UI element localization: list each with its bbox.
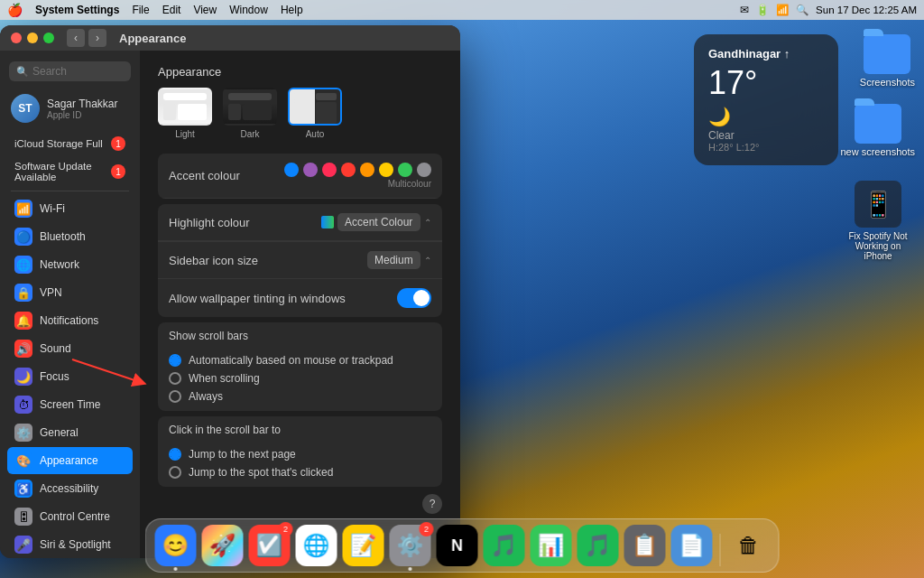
sidebar-item-general[interactable]: ⚙️General (7, 419, 133, 446)
scroll-auto-radio[interactable] (169, 354, 181, 367)
accent-colour-block: Accent colour (158, 154, 442, 199)
color-yellow[interactable] (379, 163, 393, 177)
sidebar-item-network[interactable]: 🌐Network (7, 251, 133, 278)
scroll-scrolling-radio[interactable] (169, 372, 181, 385)
sidebar-icon-size-label: Sidebar icon size (169, 254, 258, 267)
click-spot-radio[interactable] (169, 466, 181, 479)
scroll-scrolling-option[interactable]: When scrolling (158, 369, 442, 387)
color-pink[interactable] (322, 163, 337, 177)
dock-finder[interactable]: 😊 (155, 525, 197, 566)
color-blue[interactable] (284, 163, 299, 177)
sidebar-item-sound[interactable]: 🔊Sound (7, 335, 133, 362)
color-red[interactable] (341, 163, 356, 177)
sidebar-label-focus: Focus (40, 370, 69, 383)
activity-monitor-icon: 📊 (538, 533, 565, 558)
sidebar-label-network: Network (40, 258, 79, 271)
maximize-button[interactable] (43, 33, 54, 43)
menu-window[interactable]: Window (229, 4, 268, 16)
sidebar-item-accessibility[interactable]: ♿Accessibility (7, 475, 133, 502)
dock-notes2[interactable]: 📋 (624, 525, 666, 566)
theme-auto[interactable]: Auto (288, 88, 342, 139)
menubar-search-icon[interactable]: 🔍 (796, 4, 808, 16)
forward-button[interactable]: › (88, 29, 106, 47)
color-green[interactable] (398, 163, 412, 177)
menu-edit[interactable]: Edit (162, 4, 181, 16)
dock-trash[interactable]: 🗑 (728, 525, 770, 566)
dock-system-settings[interactable]: ⚙️ 2 (390, 525, 431, 566)
desktop: 🍎 System Settings File Edit View Window … (0, 0, 924, 578)
sidebar-icon-appearance: 🎨 (14, 452, 32, 470)
dock-notes[interactable]: 📝 (343, 525, 384, 566)
wallpaper-tinting-toggle[interactable] (397, 288, 431, 308)
menu-file[interactable]: File (132, 4, 149, 16)
sidebar-item-screen-time[interactable]: ⏱Screen Time (7, 391, 133, 418)
help-button[interactable]: ? (422, 494, 442, 514)
apple-menu[interactable]: 🍎 (7, 3, 23, 17)
sidebar-update-alert[interactable]: Software Update Available 1 (7, 156, 133, 187)
sidebar-item-bluetooth[interactable]: 🔵Bluetooth (7, 223, 133, 250)
theme-dark[interactable]: Dark (223, 88, 277, 139)
dock-launchpad[interactable]: 🚀 (202, 525, 244, 566)
sidebar-item-focus[interactable]: 🌙Focus (7, 363, 133, 390)
sidebar-item-vpn[interactable]: 🔒VPN (7, 279, 133, 306)
sidebar-icloud-alert[interactable]: iCloud Storage Full 1 (7, 132, 133, 155)
menu-view[interactable]: View (193, 4, 217, 16)
sidebar-item-notifications[interactable]: 🔔Notifications (7, 307, 133, 334)
icloud-alert-label: iCloud Storage Full (14, 138, 103, 149)
sidebar-divider-1 (11, 191, 129, 191)
sidebar-label-sound: Sound (40, 342, 71, 355)
sidebar-icon-accessibility: ♿ (14, 480, 32, 498)
back-button[interactable]: ‹ (67, 29, 85, 47)
close-button[interactable] (11, 33, 22, 43)
search-input[interactable] (32, 65, 124, 78)
thumb-dark (223, 88, 277, 126)
scroll-bars-block: Show scroll bars Automatically based on … (158, 322, 442, 411)
dock-app2[interactable]: 🎵 (578, 525, 619, 566)
dock-reminders[interactable]: ☑️ 2 (249, 525, 291, 566)
minimize-button[interactable] (27, 33, 38, 43)
sidebar-label-general: General (40, 426, 79, 439)
scroll-always-option[interactable]: Always (158, 387, 442, 406)
sidebar-item-control-centre[interactable]: 🎛Control Centre (7, 503, 133, 530)
sidebar-item-siri[interactable]: 🎤Siri & Spotlight (7, 531, 133, 558)
fix-spotify-item[interactable]: 📱 Fix Spotify Not Working on iPhone (841, 181, 915, 261)
click-spot-option[interactable]: Jump to the spot that's clicked (158, 463, 442, 481)
search-box[interactable]: 🔍 (9, 61, 131, 81)
theme-light[interactable]: Light (158, 88, 212, 139)
color-orange[interactable] (360, 163, 374, 177)
color-purple[interactable] (303, 163, 318, 177)
sidebar-item-appearance[interactable]: 🎨Appearance (7, 447, 133, 474)
chrome-icon: 🌐 (303, 533, 330, 558)
new-screenshots-folder[interactable]: new screenshots (840, 104, 915, 157)
dock-notion[interactable]: N (437, 525, 478, 566)
dock-textedit[interactable]: 📄 (671, 525, 713, 566)
scroll-auto-option[interactable]: Automatically based on mouse or trackpad (158, 351, 442, 369)
trash-icon: 🗑 (738, 533, 760, 558)
sidebar: 🔍 ST Sagar Thakkar Apple ID iCloud Stora… (0, 51, 140, 558)
app-name: System Settings (35, 4, 119, 16)
update-alert-label: Software Update Available (14, 161, 111, 182)
user-section[interactable]: ST Sagar Thakkar Apple ID (4, 89, 136, 128)
scroll-always-radio[interactable] (169, 390, 181, 403)
click-next-page-radio[interactable] (169, 448, 181, 461)
sidebar-label-screen-time: Screen Time (40, 398, 100, 411)
menu-help[interactable]: Help (281, 4, 303, 16)
highlight-colour-select[interactable]: Accent Colour (337, 213, 420, 231)
menubar-datetime: Sun 17 Dec 12:25 AM (816, 5, 917, 15)
dock-chrome[interactable]: 🌐 (296, 525, 337, 566)
color-graphite[interactable] (417, 163, 431, 177)
sidebar-icon-size-select[interactable]: Medium (367, 251, 420, 269)
notes2-icon: 📋 (632, 533, 659, 558)
dock-activity-monitor[interactable]: 📊 (531, 525, 572, 566)
titlebar: ‹ › Appearance (0, 25, 460, 51)
main-content: 🔍 ST Sagar Thakkar Apple ID iCloud Stora… (0, 51, 460, 558)
weather-widget[interactable]: Gandhinagar ↑ 17° 🌙 Clear H:28° L:12° (694, 34, 838, 165)
scroll-radio-group: Automatically based on mouse or trackpad… (158, 346, 442, 411)
click-next-page-option[interactable]: Jump to the next page (158, 445, 442, 463)
user-info: Sagar Thakkar Apple ID (47, 98, 129, 120)
screenshots-folder[interactable]: Screenshots (860, 34, 915, 88)
sidebar-item-wifi[interactable]: 📶Wi-Fi (7, 195, 133, 222)
dock-spotify[interactable]: 🎵 (484, 525, 525, 566)
system-settings-icon: ⚙️ (397, 533, 424, 558)
weather-city: Gandhinagar ↑ (708, 47, 824, 61)
